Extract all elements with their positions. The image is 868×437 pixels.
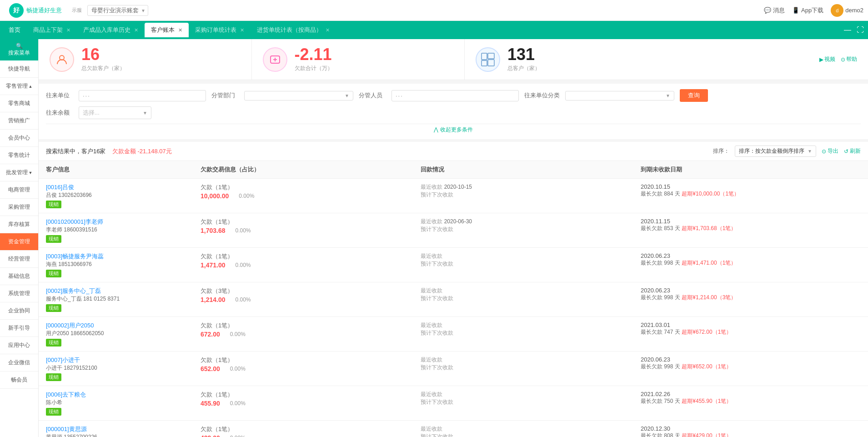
debt-count: 欠款（1笔） <box>201 391 233 399</box>
debt-count: 欠款（3笔） <box>201 287 233 295</box>
col-debt-info: 欠款交易信息（占比） <box>201 166 421 174</box>
debt-amount[interactable]: 1,703.68 <box>201 227 226 234</box>
sidebar-item-purchase[interactable]: 采购管理 <box>0 199 38 216</box>
export-button[interactable]: ⊙ 导出 <box>822 147 838 155</box>
sidebar-item-enterprise[interactable]: 企业协同 <box>0 302 38 320</box>
close-products-tab[interactable]: ✕ <box>66 27 70 33</box>
user-menu[interactable]: d demo2 <box>831 4 863 17</box>
customer-name-link[interactable]: [0003]畅捷服务尹海蕊 <box>46 252 201 261</box>
help-link[interactable]: ⊙ 帮助 <box>841 55 857 63</box>
debt-amount[interactable]: 652.00 <box>201 365 220 372</box>
overdue-amount[interactable]: 超期¥1,471.00（1笔） <box>682 260 736 266</box>
due-date: 2020.10.15 <box>641 183 861 190</box>
nav-right-controls: — ⛶ <box>842 26 866 34</box>
batch-expand-icon: ▼ <box>29 171 33 175</box>
overdue-amount[interactable]: 超期¥10,000.00（1笔） <box>682 191 739 197</box>
app-download-button[interactable]: 📱 App下载 <box>792 6 823 15</box>
tab-production[interactable]: 产成品入库单历史 ✕ <box>77 23 145 37</box>
nav-maximize-button[interactable]: ⛶ <box>855 26 866 34</box>
debt-amount[interactable]: 672.00 <box>201 331 220 338</box>
sidebar-item-batch-mgmt[interactable]: 批发管理 ▼ <box>0 164 38 181</box>
unit-category-input[interactable]: ▼ <box>565 91 674 100</box>
customer-phone: 服务中心_丁磊 181 0125 8371 <box>46 295 201 303</box>
store-name-selector[interactable]: 母婴行业演示账套 ▼ <box>87 5 148 16</box>
sidebar-item-inventory[interactable]: 库存核算 <box>0 216 38 233</box>
stat-debt-amount-info: -2.11 欠款合计（万） <box>295 46 333 72</box>
filter-collapse-button[interactable]: ⋀ 收起更多条件 <box>46 124 861 136</box>
sidebar-label: 示服 <box>70 7 84 14</box>
sidebar-search[interactable]: 🔍 搜索菜单 <box>0 39 38 60</box>
export-icon: ⊙ <box>822 148 826 155</box>
debt-cell: 欠款（1笔） 1,471.00 0.00% <box>201 252 421 269</box>
debt-customers-number: 16 <box>81 46 125 63</box>
sort-dropdown-icon: ▼ <box>808 149 812 154</box>
refresh-button[interactable]: ↺ 刷新 <box>844 147 861 155</box>
customer-badge: 现销 <box>46 235 61 243</box>
overdue-days: 最长欠款 998 天 <box>641 260 680 266</box>
sort-label: 排序： <box>713 147 729 155</box>
sidebar-item-retail-mgmt[interactable]: 零售管理 ▲ <box>0 78 38 95</box>
mobile-icon: 📱 <box>792 7 799 14</box>
overdue-amount[interactable]: 超期¥652.00（1笔） <box>682 363 732 370</box>
customer-name-link[interactable]: [0002]服务中心_丁磊 <box>46 287 201 295</box>
tab-home[interactable]: 首页 <box>2 23 27 37</box>
customer-name-link[interactable]: [0016]吕俊 <box>46 183 201 191</box>
sidebar-item-basic[interactable]: 基础信息 <box>0 268 38 285</box>
overdue-amount[interactable]: 超期¥455.90（1笔） <box>682 398 732 404</box>
customer-name-link[interactable]: [0006]去下粮仓 <box>46 391 201 399</box>
customer-name-link[interactable]: [00010200001]李老师 <box>46 218 201 226</box>
sidebar-item-retail-mall[interactable]: 零售商城 <box>0 95 38 112</box>
message-icon: 💬 <box>764 7 771 14</box>
close-purchase2-tab[interactable]: ✕ <box>326 27 330 33</box>
customer-name-link[interactable]: [000002]用户2050 <box>46 321 201 330</box>
message-button[interactable]: 💬 消息 <box>764 6 785 15</box>
debt-amount[interactable]: 455.90 <box>201 400 220 407</box>
tab-purchase2[interactable]: 进货单统计表（按商品） ✕ <box>251 23 336 37</box>
overdue-amount[interactable]: 超期¥672.00（1笔） <box>682 329 732 335</box>
sidebar-item-newbie[interactable]: 新手引导 <box>0 320 38 337</box>
tab-products[interactable]: 商品上下架 ✕ <box>27 23 77 37</box>
tab-customer[interactable]: 客户账本 ✕ <box>145 23 189 37</box>
customer-name-link[interactable]: [0007]小进干 <box>46 356 201 364</box>
overdue-amount[interactable]: 超期¥429.00（1笔） <box>682 432 732 437</box>
customer-name-link[interactable]: [000001]黄思源 <box>46 425 201 433</box>
overdue-amount[interactable]: 超期¥1,703.68（1笔） <box>682 225 736 231</box>
debt-amount[interactable]: 429.00 <box>201 434 220 437</box>
tab-purchase[interactable]: 采购订单统计表 ✕ <box>189 23 251 37</box>
sidebar-item-member[interactable]: 会员中心 <box>0 130 38 147</box>
sidebar-item-operations[interactable]: 经营管理 <box>0 251 38 268</box>
sidebar-item-quick-nav[interactable]: 快捷导航 <box>0 60 38 78</box>
due-date: 2020.06.23 <box>641 287 861 294</box>
customer-cell: [000001]黄思源 黄思源 13552700226 现销 <box>46 425 201 437</box>
debt-amount[interactable]: 1,471.00 <box>201 261 226 269</box>
main-layout: 🔍 搜索菜单 快捷导航 零售管理 ▲ 零售商城 营销推广 会员中心 零售统计 批… <box>0 39 868 437</box>
sidebar-item-retail-stats[interactable]: 零售统计 <box>0 147 38 164</box>
debt-amount[interactable]: 1,214.00 <box>201 296 226 303</box>
search-button[interactable]: 查询 <box>680 89 708 102</box>
close-purchase-tab[interactable]: ✕ <box>240 27 244 33</box>
balance-input[interactable]: 选择... ▼ <box>79 106 151 119</box>
sidebar-item-vip[interactable]: 畅会员 <box>0 372 38 389</box>
sidebar-item-ecommerce[interactable]: 电商管理 <box>0 181 38 199</box>
person-input[interactable]: ··· <box>391 90 519 101</box>
close-customer-tab[interactable]: ✕ <box>178 27 182 33</box>
user-avatar: d <box>831 4 843 17</box>
debt-amount-icon <box>263 47 287 72</box>
overdue-amount[interactable]: 超期¥1,214.00（3笔） <box>682 294 736 301</box>
close-production-tab[interactable]: ✕ <box>134 27 138 33</box>
sidebar-item-marketing[interactable]: 营销推广 <box>0 112 38 130</box>
due-date: 2020.12.30 <box>641 425 861 432</box>
sidebar-item-system[interactable]: 系统管理 <box>0 285 38 302</box>
debt-amount[interactable]: 10,000.00 <box>201 192 229 200</box>
from-unit-input[interactable]: ··· <box>79 90 206 101</box>
video-link[interactable]: ▶ 视频 <box>819 55 835 63</box>
sidebar-item-enterprise-wx[interactable]: 企业微信 <box>0 354 38 372</box>
due-date: 2020.11.15 <box>641 218 861 225</box>
dept-input[interactable]: ▼ <box>244 91 353 100</box>
nav-minimize-button[interactable]: — <box>842 26 853 34</box>
sidebar-item-finance[interactable]: 资金管理 <box>0 233 38 251</box>
sidebar-item-apps[interactable]: 应用中心 <box>0 337 38 354</box>
debt-count: 欠款（1笔） <box>201 183 233 191</box>
debt-summary-text: 欠款金额 -21,148.07元 <box>112 148 172 155</box>
sort-selector[interactable]: 排序：按欠款金额倒序排序 ▼ <box>735 146 816 157</box>
